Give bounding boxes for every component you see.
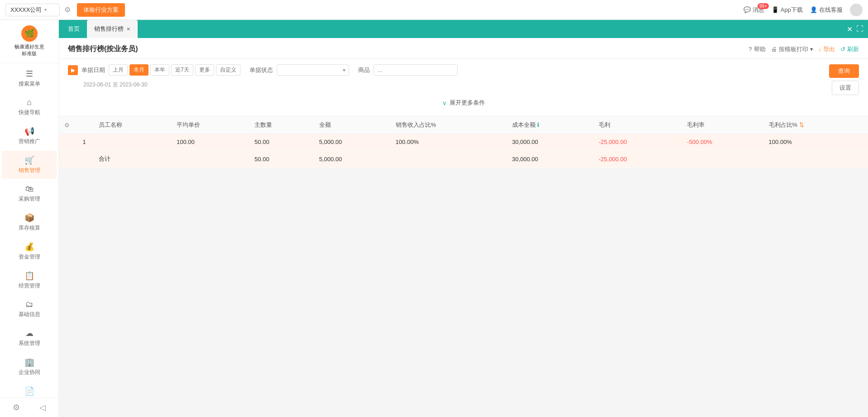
date-label: 单据日期 [82, 66, 105, 74]
query-button[interactable]: 查询 [829, 64, 859, 78]
operations-icon: 📋 [24, 271, 34, 281]
sidebar-item-basicinfo[interactable]: 🗂 基础信息 [2, 295, 57, 323]
tab-minimize-icon[interactable]: ✕ [847, 25, 853, 34]
status-select-wrap [277, 64, 349, 76]
col-rank [75, 116, 93, 134]
refresh-button[interactable]: ↺ 刷新 [840, 45, 859, 53]
row-gross-rate: -500.00% [681, 134, 763, 150]
sidebar-item-inventory[interactable]: 📦 库存核算 [2, 208, 57, 236]
online-service-label: 在线客服 [819, 6, 843, 14]
print-button[interactable]: 🖨 按模板打印 ▾ [771, 45, 813, 53]
table-header-row: ⚙ 员工名称 平均单价 主数量 全额 销售收入占比% 成本全额 ℹ [59, 116, 868, 134]
sidebar-item-finance[interactable]: 💰 资金管理 [2, 237, 57, 265]
collapse-sidebar-icon[interactable]: ◁ [39, 403, 46, 412]
footer-row: 合计 50.00 5,000.00 30,000.00 -25,000.00 [59, 150, 868, 168]
tab-home[interactable]: 首页 [61, 20, 87, 38]
row-sales-pct: 100.00% [390, 134, 507, 150]
status-select[interactable] [277, 64, 349, 76]
tab-maximize-icon[interactable]: ⛶ [856, 25, 863, 33]
sidebar-item-search[interactable]: ☰ 搜索菜单 [2, 64, 57, 92]
goods-label: 商品 [358, 66, 370, 74]
year-btn[interactable]: 本年 [150, 64, 169, 76]
app-download-button[interactable]: 📱 App下载 [772, 6, 803, 14]
marketing-icon: 📢 [24, 126, 34, 136]
page-header-actions: ? 帮助 🖨 按模板打印 ▾ ↓ 导出 ↺ [748, 45, 859, 53]
custom-btn[interactable]: 自定义 [216, 64, 240, 76]
col-qty: 主数量 [249, 116, 314, 134]
7days-btn[interactable]: 近7天 [171, 64, 193, 76]
page-inner: 销售排行榜(按业务员) ? 帮助 🖨 按模板打印 ▾ ↓ [59, 38, 868, 168]
help-label: 帮助 [754, 45, 766, 53]
row-settings [59, 134, 75, 150]
avatar[interactable] [850, 4, 863, 16]
newbie-icon: 📄 [24, 386, 34, 396]
sidebar-item-system[interactable]: ☁ 系统管理 [2, 324, 57, 352]
app-download-label: App下载 [781, 6, 803, 14]
sidebar-item-shortcut[interactable]: ⌂ 快捷导航 [2, 93, 57, 121]
print-label: 按模板打印 [779, 45, 808, 53]
service-icon: 👤 [810, 6, 817, 13]
trial-button[interactable]: 体验行业方案 [77, 3, 125, 17]
settings-button[interactable]: 设置 [832, 81, 859, 95]
sidebar-item-sales[interactable]: 🛒 销售管理 [2, 151, 57, 179]
finance-icon: 💰 [24, 242, 34, 252]
col-gross-pct-icon[interactable]: ⇅ [799, 121, 804, 128]
search-menu-icon: ☰ [26, 69, 33, 79]
export-button[interactable]: ↓ 导出 [819, 45, 835, 53]
col-amount: 全额 [314, 116, 390, 134]
sidebar-item-purchase[interactable]: 🛍 采购管理 [2, 180, 57, 207]
brand-name: 畅康通好生意 标准版 [14, 43, 44, 58]
top-settings-icon[interactable]: ⚙ [64, 5, 71, 14]
footer-qty: 50.00 [249, 150, 314, 168]
top-bar: XXXXX公司 ▾ ⚙ 体验行业方案 💬 消息 99+ 📱 App下载 👤 在线… [0, 0, 868, 20]
filter-bar: ▶ 单据日期 上月 本月 本年 近7天 更多 自定义 [59, 59, 868, 116]
tab-sales-rank-label: 销售排行榜 [94, 25, 124, 33]
table-row: 1 100.00 50.00 5,000.00 100.00% 30,000.0… [59, 134, 868, 150]
tab-sales-rank[interactable]: 销售排行榜 ✕ [87, 20, 138, 38]
tab-home-label: 首页 [68, 25, 80, 33]
footer-sales-pct [390, 150, 507, 168]
message-button[interactable]: 💬 消息 99+ [743, 6, 764, 14]
col-gross-pct-label: 毛利占比% [769, 121, 798, 128]
col-settings[interactable]: ⚙ [59, 116, 75, 134]
curr-month-btn[interactable]: 本月 [129, 64, 149, 76]
col-sales-pct: 销售收入占比% [390, 116, 507, 134]
status-filter: 单据状态 [249, 64, 349, 76]
tab-bar: 首页 销售排行榜 ✕ ✕ ⛶ [59, 20, 868, 38]
filter-arrow-button[interactable]: ▶ [68, 65, 78, 75]
sidebar-item-enterprise[interactable]: 🏢 企业协同 [2, 353, 57, 381]
sidebar-label-shortcut: 快捷导航 [19, 109, 40, 116]
sidebar-item-marketing[interactable]: 📢 营销推广 [2, 122, 57, 150]
status-label: 单据状态 [249, 66, 273, 74]
prev-month-btn[interactable]: 上月 [109, 64, 128, 76]
col-cost-info-icon[interactable]: ℹ [537, 121, 539, 128]
page-header: 销售排行榜(按业务员) ? 帮助 🖨 按模板打印 ▾ ↓ [59, 38, 868, 59]
col-gross-rate: 毛利率 [681, 116, 763, 134]
tab-bar-actions: ✕ ⛶ [847, 25, 868, 34]
sidebar-item-newbie[interactable]: 📄 新手引导 [2, 382, 57, 398]
bottom-settings-icon[interactable]: ⚙ [13, 403, 20, 412]
system-icon: ☁ [25, 328, 34, 338]
sidebar-item-operations[interactable]: 📋 经营管理 [2, 266, 57, 294]
row-cost-amount: 30,000.00 [507, 134, 594, 150]
sidebar-label-purchase: 采购管理 [19, 195, 40, 203]
table-body: 1 100.00 50.00 5,000.00 100.00% 30,000.0… [59, 134, 868, 150]
help-icon: ? [748, 46, 752, 53]
help-button[interactable]: ? 帮助 [748, 45, 765, 53]
page-title: 销售排行榜(按业务员) [68, 44, 138, 54]
sidebar-label-enterprise: 企业协同 [19, 369, 40, 376]
sales-icon: 🛒 [24, 155, 34, 165]
filter-row-1: ▶ 单据日期 上月 本月 本年 近7天 更多 自定义 [68, 64, 820, 76]
expand-more-button[interactable]: ∨ 展开更多条件 [68, 95, 859, 110]
col-gross-profit: 毛利 [593, 116, 681, 134]
online-service-button[interactable]: 👤 在线客服 [810, 6, 843, 14]
page-content: 销售排行榜(按业务员) ? 帮助 🖨 按模板打印 ▾ ↓ [59, 38, 868, 417]
tab-close-icon[interactable]: ✕ [126, 26, 130, 32]
more-btn[interactable]: 更多 [195, 64, 214, 76]
refresh-label: 刷新 [847, 45, 859, 53]
inventory-icon: 📦 [24, 213, 34, 223]
goods-input[interactable] [374, 64, 458, 76]
export-label: 导出 [823, 45, 835, 53]
content-area: 首页 销售排行榜 ✕ ✕ ⛶ 销售排行榜(按业务员) ? [59, 20, 868, 417]
company-selector[interactable]: XXXXX公司 ▾ [5, 4, 60, 16]
